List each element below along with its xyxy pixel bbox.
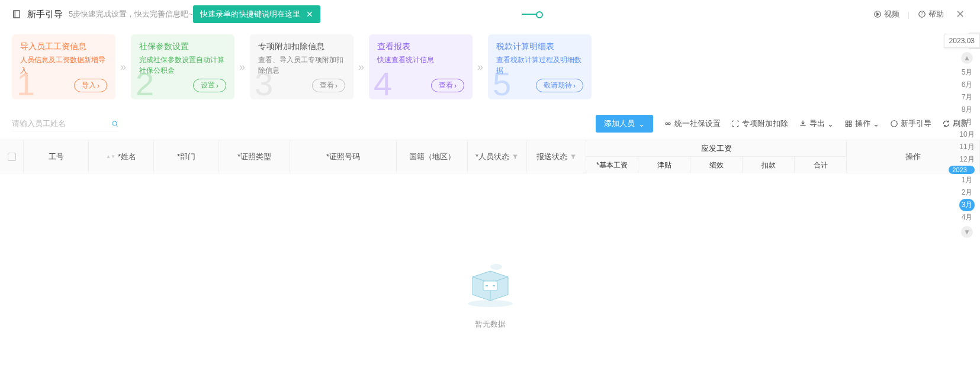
filter-icon[interactable] <box>512 153 519 160</box>
svg-rect-1 <box>15 11 15 18</box>
month-11月[interactable]: 11月 <box>959 141 974 153</box>
export-icon <box>799 120 807 128</box>
th-id[interactable]: 工号 <box>24 140 89 173</box>
th-status[interactable]: *人员状态 <box>468 140 527 173</box>
help-link[interactable]: ? 帮助 <box>918 9 944 20</box>
step-report-button[interactable]: 查看› <box>431 79 464 92</box>
empty-state: 暂无数据 <box>0 173 980 330</box>
header-right: 视频 | ? 帮助 ✕ <box>873 8 968 21</box>
close-panel-icon[interactable]: ✕ <box>952 8 968 21</box>
search-icon[interactable] <box>111 119 118 128</box>
step-title: 税款计算明细表 <box>496 41 583 52</box>
svg-line-6 <box>116 125 118 127</box>
chevron-right-icon: › <box>216 82 219 90</box>
rail-up-icon[interactable]: ▲ <box>961 52 973 64</box>
svg-point-13 <box>891 121 898 127</box>
step-settings-button[interactable]: 设置› <box>193 79 226 92</box>
month-8月[interactable]: 8月 <box>959 104 974 116</box>
step-title: 社保参数设置 <box>139 41 226 52</box>
step-arrow-icon: » <box>120 61 126 73</box>
month-4月[interactable]: 4月 <box>959 211 974 224</box>
step-card-5: 税款计算明细表 查看税款计算过程及明细数据 5 敬请期待› <box>488 34 592 99</box>
page-title: 新手引导 <box>27 9 63 20</box>
deduction-action[interactable]: 专项附加扣除 <box>731 118 788 129</box>
header-left: 新手引导 5步快速完成设置，快去完善信息吧~ <box>12 9 193 20</box>
filter-icon[interactable] <box>570 153 577 160</box>
empty-box-icon <box>461 256 520 309</box>
play-circle-icon <box>873 10 882 18</box>
svg-rect-11 <box>846 124 848 127</box>
svg-rect-0 <box>14 11 20 18</box>
operate-action[interactable]: 操作⌄ <box>844 118 879 129</box>
chevron-right-icon: › <box>335 82 338 90</box>
month-9月[interactable]: 9月 <box>959 116 974 128</box>
chevron-down-icon: ⌄ <box>638 120 645 128</box>
video-link[interactable]: 视频 <box>873 9 899 20</box>
step-title: 专项附加扣除信息 <box>258 41 345 52</box>
divider: | <box>908 10 910 19</box>
social-settings-action[interactable]: 统一社保设置 <box>664 118 721 129</box>
tip-close-icon[interactable]: ✕ <box>306 9 313 19</box>
step-tax-button[interactable]: 敬请期待› <box>536 79 583 92</box>
employee-table: 工号 ▲▼*姓名 *部门 *证照类型 *证照号码 国籍（地区） *人员状态 报送… <box>0 140 980 330</box>
search-wrap <box>12 117 118 131</box>
month-2月[interactable]: 2月 <box>959 186 974 199</box>
month-6月[interactable]: 6月 <box>959 79 974 91</box>
th-report[interactable]: 报送状态 <box>527 140 586 173</box>
rail-down-icon[interactable]: ▼ <box>961 226 973 238</box>
step-view-button[interactable]: 查看› <box>312 79 345 92</box>
svg-rect-10 <box>849 121 852 123</box>
header-bar: 新手引导 5步快速完成设置，快去完善信息吧~ 快速录单的快捷键说明在这里 ✕ 视… <box>0 0 980 28</box>
question-circle-icon <box>890 120 898 128</box>
toolbar-right: 添加人员 ⌄ 统一社保设置 专项附加扣除 导出⌄ 操作⌄ 新手引导 刷新 <box>596 115 968 133</box>
step-number: 5 <box>493 64 511 103</box>
toolbar: 添加人员 ⌄ 统一社保设置 专项附加扣除 导出⌄ 操作⌄ 新手引导 刷新 <box>0 110 980 140</box>
sort-icon[interactable]: ▲▼ <box>106 154 115 159</box>
th-dept[interactable]: *部门 <box>154 140 219 173</box>
step-arrow-icon: » <box>477 61 483 73</box>
th-idno[interactable]: *证照号码 <box>290 140 397 173</box>
th-checkbox <box>0 140 24 173</box>
svg-point-18 <box>490 264 502 270</box>
tip-pointer-line <box>522 14 538 15</box>
step-card-2: 社保参数设置 完成社保参数设置自动计算社保公积金 2 设置› <box>131 34 234 99</box>
th-salary-label: 应发工资 <box>586 140 846 157</box>
add-person-button[interactable]: 添加人员 ⌄ <box>596 115 653 133</box>
help-label: 帮助 <box>928 9 944 20</box>
month-5月[interactable]: 5月 <box>959 66 974 79</box>
chevron-right-icon: › <box>573 82 576 90</box>
th-perf[interactable]: 绩效 <box>690 157 743 173</box>
step-card-3: 专项附加扣除信息 查看、导入员工专项附加扣除信息 3 查看› <box>250 34 354 99</box>
svg-rect-9 <box>846 121 848 123</box>
month-7月[interactable]: 7月 <box>959 91 974 104</box>
step-title: 查看报表 <box>377 41 464 52</box>
step-arrow-icon: » <box>358 61 364 73</box>
step-title: 导入员工工资信息 <box>20 41 107 52</box>
export-action[interactable]: 导出⌄ <box>799 118 834 129</box>
th-allowance[interactable]: 津贴 <box>638 157 690 173</box>
question-circle-icon: ? <box>918 10 926 18</box>
refresh-icon <box>942 120 950 128</box>
search-input[interactable] <box>12 119 111 128</box>
month-1月[interactable]: 1月 <box>959 174 974 186</box>
th-total[interactable]: 合计 <box>795 157 846 173</box>
th-idtype[interactable]: *证照类型 <box>219 140 290 173</box>
month-3月[interactable]: 3月 <box>959 199 974 211</box>
grid-icon <box>844 120 853 128</box>
th-deduct[interactable]: 扣款 <box>743 157 795 173</box>
th-name[interactable]: ▲▼*姓名 <box>89 140 154 173</box>
svg-point-5 <box>113 121 117 125</box>
th-base[interactable]: *基本工资 <box>586 157 638 173</box>
step-number: 2 <box>136 64 154 103</box>
month-12月[interactable]: 12月 <box>959 153 974 166</box>
step-import-button[interactable]: 导入› <box>74 79 107 92</box>
chevron-down-icon: ⌄ <box>827 120 834 128</box>
month-rail: ▲ 5月6月7月8月9月10月11月12月20231月2月3月4月 ▼ <box>956 52 978 238</box>
chevron-down-icon: ⌄ <box>873 120 879 128</box>
th-nation[interactable]: 国籍（地区） <box>397 140 468 173</box>
year-badge: 2023.03 <box>944 34 980 48</box>
month-10月[interactable]: 10月 <box>959 128 974 141</box>
guide-action[interactable]: 新手引导 <box>890 118 931 129</box>
shortcut-tip-banner: 快速录单的快捷键说明在这里 ✕ <box>193 5 320 23</box>
select-all-checkbox[interactable] <box>8 153 16 161</box>
